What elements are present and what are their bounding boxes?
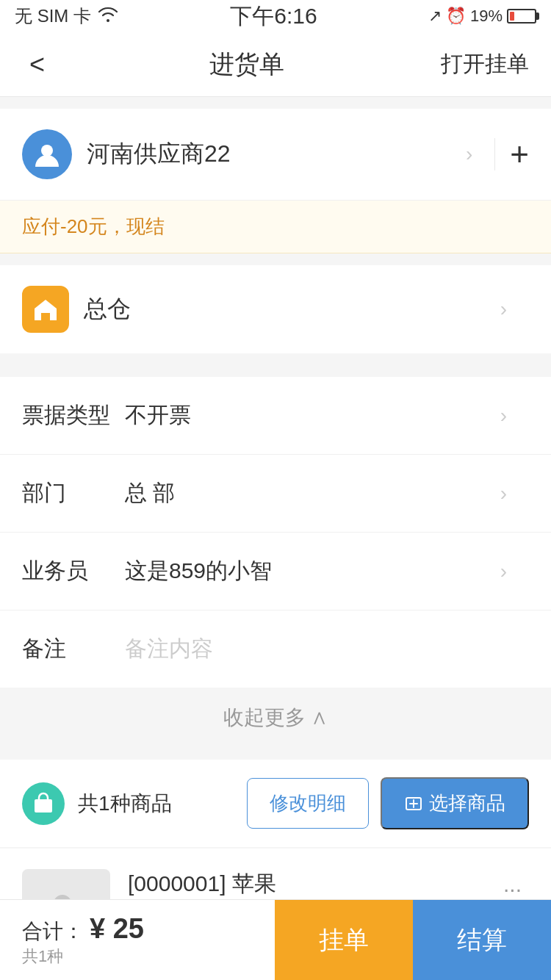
remark-label: 备注: [22, 634, 125, 664]
alarm-icon: ⏰: [446, 7, 466, 26]
status-bar: 无 SIM 卡 下午6:16 ↗ ⏰ 19%: [0, 0, 551, 32]
open-pending-button[interactable]: 打开挂单: [441, 49, 529, 79]
spacer: [0, 365, 551, 377]
supplier-avatar: [22, 129, 72, 179]
add-supplier-button[interactable]: +: [494, 138, 529, 170]
status-right: ↗ ⏰ 19%: [428, 7, 536, 26]
total-section: 合计： ¥ 25 共1种: [0, 913, 275, 968]
invoice-type-row[interactable]: 票据类型 不开票 ›: [0, 377, 551, 455]
page-title: 进货单: [209, 48, 284, 82]
svg-rect-2: [35, 799, 52, 813]
supplier-row[interactable]: 河南供应商22 › +: [0, 109, 551, 201]
product-name: [0000001] 苹果: [128, 869, 496, 899]
chevron-right-icon: ›: [466, 143, 472, 166]
department-label: 部门: [22, 478, 125, 508]
chevron-right-icon: ›: [500, 404, 507, 428]
salesman-value: 这是859的小智: [125, 556, 500, 586]
wifi-icon: [97, 6, 119, 26]
time-display: 下午6:16: [230, 1, 317, 32]
chevron-right-icon: ›: [500, 482, 507, 505]
chevron-right-icon: ›: [500, 560, 507, 583]
suspend-button[interactable]: 挂单: [275, 900, 413, 981]
svg-point-0: [41, 145, 53, 156]
total-sub: 共1种: [22, 945, 253, 968]
battery-icon: [507, 9, 536, 24]
carrier-label: 无 SIM 卡: [15, 4, 91, 28]
collapse-button[interactable]: 收起更多 ∧: [0, 688, 551, 748]
total-label: 合计： ¥ 25: [22, 913, 253, 945]
invoice-type-label: 票据类型: [22, 400, 125, 430]
invoice-type-value: 不开票: [125, 400, 500, 430]
status-left: 无 SIM 卡: [15, 4, 119, 28]
supplier-name: 河南供应商22: [87, 138, 466, 170]
spacer: [0, 748, 551, 760]
select-product-button[interactable]: 选择商品: [381, 777, 529, 829]
department-value: 总 部: [125, 478, 500, 508]
product-header: 共1种商品 修改明细 选择商品: [0, 760, 551, 847]
warehouse-icon: [22, 286, 69, 333]
product-icon-wrap: [22, 782, 65, 825]
product-count: 共1种商品: [78, 790, 247, 818]
checkout-button[interactable]: 结算: [413, 900, 551, 981]
remark-row[interactable]: 备注 备注内容: [0, 610, 551, 688]
department-row[interactable]: 部门 总 部 ›: [0, 455, 551, 533]
nav-bar: < 进货单 打开挂单: [0, 32, 551, 97]
salesman-label: 业务员: [22, 556, 125, 586]
warehouse-name: 总仓: [84, 293, 500, 325]
chevron-right-icon: ›: [500, 298, 507, 321]
spacer: [0, 97, 551, 109]
svg-rect-1: [41, 313, 50, 323]
location-icon: ↗: [428, 7, 442, 26]
notice-bar: 应付-20元，现结: [0, 201, 551, 253]
back-button[interactable]: <: [22, 42, 52, 87]
edit-detail-button[interactable]: 修改明细: [247, 778, 369, 829]
salesman-row[interactable]: 业务员 这是859的小智 ›: [0, 533, 551, 610]
supplier-card: 河南供应商22 › + 应付-20元，现结: [0, 109, 551, 253]
battery-percentage: 19%: [470, 7, 503, 26]
bottom-bar: 合计： ¥ 25 共1种 挂单 结算: [0, 899, 551, 980]
select-product-label: 选择商品: [429, 790, 505, 816]
warehouse-card: 总仓 ›: [0, 265, 551, 353]
form-card: 票据类型 不开票 › 部门 总 部 › 业务员 这是859的小智 › 备注 备注…: [0, 377, 551, 688]
total-amount: ¥ 25: [90, 913, 144, 945]
remark-input[interactable]: 备注内容: [125, 634, 529, 664]
warehouse-row[interactable]: 总仓 ›: [0, 265, 551, 353]
